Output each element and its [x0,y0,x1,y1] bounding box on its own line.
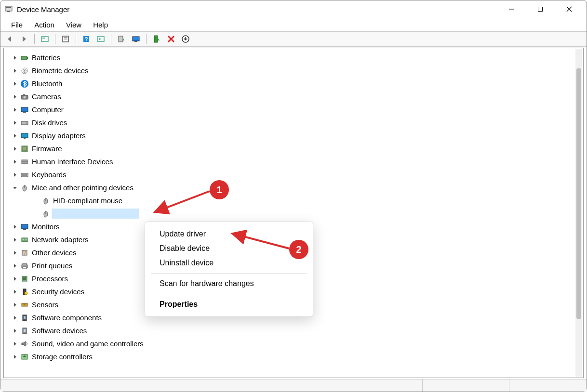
chevron-right-icon[interactable] [11,250,19,255]
disable-button[interactable] [165,33,177,45]
chevron-right-icon[interactable] [11,159,19,164]
svg-point-65 [23,304,24,305]
context-menu-item[interactable]: Uninstall device [145,256,313,270]
app-icon [4,5,13,13]
tree-category[interactable]: Sound, video and game controllers [11,337,583,350]
svg-rect-52 [22,238,27,242]
keyboard-icon [19,170,30,180]
menu-view[interactable]: View [60,19,87,30]
tree-category[interactable]: Biometric devices [11,64,583,77]
swcomp-icon [19,313,30,323]
context-menu: Update driverDisable deviceUninstall dev… [145,222,313,317]
chevron-right-icon[interactable] [11,224,19,229]
chevron-right-icon[interactable] [11,263,19,268]
sound-icon [19,339,30,349]
chevron-right-icon[interactable] [11,289,19,294]
svg-rect-17 [134,41,137,42]
chevron-right-icon[interactable] [11,81,19,86]
tree-category[interactable]: Cameras [11,90,583,103]
uninstall-button[interactable] [179,33,192,45]
chevron-right-icon[interactable] [11,276,19,281]
tree-category-label: Biometric devices [32,66,89,75]
chevron-right-icon[interactable] [11,107,19,112]
chevron-right-icon[interactable] [11,68,19,73]
display-icon [19,131,30,141]
tree-category[interactable]: Batteries [11,51,583,64]
maximize-button[interactable] [526,0,555,18]
chevron-right-icon[interactable] [11,315,19,320]
context-menu-item[interactable]: Disable device [145,241,313,256]
other-icon: ? [19,248,30,258]
tree-category[interactable]: Computer [11,103,583,116]
svg-point-29 [24,96,26,98]
tree-category[interactable]: Firmware [11,142,583,155]
tree-category[interactable]: Storage controllers [11,350,583,363]
close-button[interactable] [555,0,584,18]
computer-icon [19,105,30,115]
tree-category[interactable]: Display adapters [11,129,583,142]
back-button[interactable] [3,33,16,45]
properties-button[interactable] [59,33,72,45]
chevron-right-icon[interactable] [11,133,19,138]
scan-hardware-button[interactable] [130,33,142,45]
minimize-button[interactable] [497,0,526,18]
chevron-right-icon[interactable] [11,328,19,333]
chevron-right-icon[interactable] [11,237,19,242]
chevron-right-icon[interactable] [11,94,19,99]
action-prop-button[interactable] [94,33,107,45]
menubar: File Action View Help [0,18,587,31]
tree-category-label: Software components [32,314,102,322]
storage-icon [19,352,30,362]
tree-category-label: Network adapters [32,235,89,244]
chevron-right-icon[interactable] [11,341,19,346]
toolbar-separator [76,34,76,44]
chevron-down-icon[interactable] [11,185,19,190]
forward-button[interactable] [18,33,30,45]
tree-device[interactable]: HID-compliant mouse [11,194,583,207]
tree-category-label: Print queues [32,261,72,270]
chevron-right-icon[interactable] [11,302,19,307]
svg-rect-18 [154,36,158,42]
svg-rect-32 [23,112,26,113]
context-menu-item[interactable]: Properties [145,297,313,312]
disk-icon [19,118,30,128]
chevron-right-icon[interactable] [11,120,19,125]
help-button[interactable]: ? [80,33,93,45]
context-menu-item[interactable]: Update driver [145,227,313,241]
show-hidden-button[interactable] [39,33,51,45]
enable-button[interactable] [150,33,163,45]
chevron-right-icon[interactable] [11,55,19,60]
svg-rect-8 [42,38,45,39]
chevron-right-icon[interactable] [11,146,19,151]
menu-file[interactable]: File [5,19,28,30]
tree-category-label: Sound, video and game controllers [32,340,144,348]
context-menu-item[interactable]: Scan for hardware changes [145,276,313,291]
tree-category[interactable]: Disk drives [11,116,583,129]
svg-point-66 [24,304,25,305]
svg-rect-61 [23,277,26,280]
tree-category-label: Other devices [32,248,77,257]
menu-action[interactable]: Action [28,19,60,30]
scrollbar-track[interactable] [575,49,582,377]
tree-category[interactable]: Human Interface Devices [11,155,583,168]
tree-category[interactable]: Keyboards [11,168,583,181]
update-driver-button[interactable] [115,33,128,45]
tree-category[interactable]: Mice and other pointing devices [11,181,583,194]
hid-icon [19,157,30,167]
tree-category-label: Cameras [32,92,61,101]
svg-text:?: ? [23,250,26,256]
tree-category-label: Disk drives [32,118,67,127]
menu-help[interactable]: Help [87,19,114,30]
status-segment [423,379,509,392]
chevron-right-icon[interactable] [11,172,19,177]
svg-text:?: ? [85,36,88,42]
chevron-right-icon[interactable] [11,354,19,359]
tree-category[interactable]: Software devices [11,324,583,337]
svg-rect-23 [27,57,28,59]
annotation-marker-1: 1 [210,180,229,199]
toolbar-separator [34,34,35,44]
tree-category[interactable]: Bluetooth [11,77,583,90]
scrollbar-thumb[interactable] [576,68,581,319]
titlebar: Device Manager [0,0,587,18]
tree-device[interactable] [11,207,583,220]
